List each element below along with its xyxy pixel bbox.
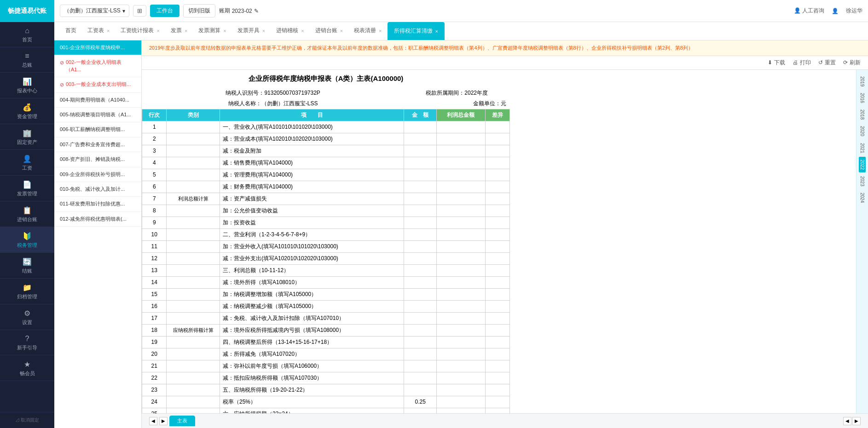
cell-diff — [485, 145, 510, 157]
table-row: 5减：管理费用(填写A104000) — [142, 169, 510, 181]
nav-tab-工资统计报表[interactable]: 工资统计报表× — [115, 22, 165, 40]
left-panel-item-011[interactable]: 011-研发费用加计扣除优惠... — [54, 197, 141, 211]
sidebar-item-label: 归档管理 — [17, 293, 37, 300]
sidebar-icon: 📊 — [23, 77, 32, 86]
left-panel-item-005[interactable]: 005-纳税调整项目明细表（A1... — [54, 108, 141, 122]
left-panel-item-003[interactable]: ⊘003-一般企业成本支出明细... — [54, 77, 141, 92]
cell-diff — [485, 336, 510, 348]
left-panel-item-008[interactable]: 008-资产折旧、摊销及纳税... — [54, 152, 141, 167]
sidebar-item-新手引导[interactable]: ?新手引导 — [0, 330, 54, 355]
nav-tab-发票[interactable]: 发票× — [165, 22, 193, 40]
company-label: （勿删）江西服宝-LSS — [64, 7, 121, 15]
cell-category — [167, 205, 220, 217]
sidebar-item-工资[interactable]: 👤工资 — [0, 150, 54, 176]
year-item-2024[interactable]: 2024 — [859, 190, 866, 205]
hor-scroll-left[interactable]: ◀ — [843, 417, 851, 425]
year-item-2020[interactable]: 2020 — [859, 123, 866, 139]
sidebar-item-税务管理[interactable]: 🔰税务管理 — [0, 227, 54, 253]
print-button[interactable]: 🖨 打印 — [793, 59, 811, 67]
refresh-button[interactable]: ⟳ 刷新 — [843, 59, 861, 67]
sheet-tab-主表[interactable]: 主表 — [169, 416, 195, 426]
sidebar-item-结账[interactable]: 🔄结账 — [0, 253, 54, 279]
left-panel-item-004[interactable]: 004-期间费用明细表（A1040... — [54, 93, 141, 108]
service-btn[interactable]: 👤 人工咨询 — [794, 7, 824, 15]
sidebar-item-资金管理[interactable]: 💰资金管理 — [0, 98, 54, 124]
left-panel-item-010[interactable]: 010-免税、减计收入及加计... — [54, 182, 141, 197]
cell-diff — [485, 372, 510, 384]
switch-old-button[interactable]: 切到旧版 — [183, 4, 215, 17]
sidebar-item-设置[interactable]: ⚙设置 — [0, 304, 54, 330]
cell-category — [167, 372, 220, 384]
cell-amount — [404, 228, 437, 240]
cell-amount — [404, 252, 437, 264]
close-tab-icon[interactable]: × — [185, 28, 187, 34]
tax-table: 企业所得税年度纳税申报表（A类）主表(A100000)纳税人识别号：913205… — [142, 70, 510, 414]
left-panel-item-002[interactable]: ⊘002-一般企业收入明细表（A1... — [54, 55, 141, 77]
year-item-2016[interactable]: 2016 — [859, 90, 866, 106]
sheet-scroll-right[interactable]: ▶ — [159, 417, 168, 425]
cell-row-num: 23 — [142, 384, 167, 396]
cell-item: 一、营业收入(填写A101010\101020\103000) — [220, 121, 404, 133]
nav-tab-进销台账[interactable]: 进销台账× — [310, 22, 348, 40]
nav-tab-所得税汇算清缴[interactable]: 所得税汇算清缴× — [388, 22, 445, 40]
close-tab-icon[interactable]: × — [379, 28, 382, 34]
close-tab-icon[interactable]: × — [340, 28, 343, 34]
nav-tab-发票开具[interactable]: 发票开具× — [232, 22, 271, 40]
cell-diff — [485, 324, 510, 336]
company-name-cell: 纳税人名称：（勿删）江西服宝-LSS — [142, 98, 404, 109]
year-item-2018[interactable]: 2018 — [859, 107, 866, 122]
nav-tab-税表清册[interactable]: 税表清册× — [348, 22, 387, 40]
sidebar-item-归档管理[interactable]: 📁归档管理 — [0, 279, 54, 304]
copy-icon-btn[interactable]: ⊞ — [133, 5, 146, 17]
close-tab-icon[interactable]: × — [156, 28, 159, 34]
nav-tab-首页[interactable]: 首页 — [60, 22, 82, 40]
sidebar-pin-toggle[interactable]: ⊿ 取消固定 — [0, 412, 54, 428]
sidebar-item-进销台账[interactable]: 📋进销台账 — [0, 201, 54, 227]
close-tab-icon[interactable]: × — [262, 28, 265, 34]
sidebar-item-首页[interactable]: ⌂首页 — [0, 22, 54, 47]
cell-item: 减：税金及附加 — [220, 145, 404, 157]
year-item-2022[interactable]: 2022 — [859, 157, 866, 172]
sidebar: 畅捷通易代账 ⌂首页≡总账📊报表中心💰资金管理🏢固定资产👤工资📄发票管理📋进销台… — [0, 0, 54, 428]
close-tab-icon[interactable]: × — [435, 29, 438, 34]
cell-item: 减：境外所得（填写A108010） — [220, 276, 404, 288]
nav-tab-工资表[interactable]: 工资表× — [82, 22, 115, 40]
sidebar-icon: 🔰 — [23, 232, 32, 240]
workbench-button[interactable]: 工作台 — [150, 5, 179, 17]
cell-amount — [404, 205, 437, 217]
sidebar-item-报表中心[interactable]: 📊报表中心 — [0, 73, 54, 98]
reset-button[interactable]: ↺ 重置 — [818, 59, 836, 67]
close-tab-icon[interactable]: × — [223, 28, 226, 34]
cell-diff — [485, 228, 510, 240]
hor-scroll-right[interactable]: ▶ — [852, 417, 861, 425]
sidebar-item-总账[interactable]: ≡总账 — [0, 47, 54, 73]
cell-diff — [485, 396, 510, 408]
nav-tab-发票测算[interactable]: 发票测算× — [193, 22, 231, 40]
year-item-2021[interactable]: 2021 — [859, 140, 866, 156]
col-header-项　　目: 项 目 — [220, 109, 404, 121]
sidebar-item-发票管理[interactable]: 📄发票管理 — [0, 176, 54, 201]
cell-item: 减：弥补以前年度亏损（填写A106000） — [220, 360, 404, 372]
sidebar-item-label: 固定资产 — [17, 139, 37, 146]
nav-tab-label: 税表清册 — [354, 27, 376, 34]
sheet-tabs-bar: ◀ ▶ 主表 ◀ ▶ — [142, 413, 868, 428]
left-panel-item-012[interactable]: 012-减免所得税优惠明细表(... — [54, 212, 141, 227]
download-button[interactable]: ⬇ 下载 — [768, 59, 785, 67]
sidebar-item-固定资产[interactable]: 🏢固定资产 — [0, 124, 54, 150]
left-panel-item-009[interactable]: 009-企业所得税扶补亏损明... — [54, 167, 141, 182]
sheet-scroll-left[interactable]: ◀ — [149, 417, 157, 425]
cell-amount — [404, 145, 437, 157]
left-panel-item-006[interactable]: 006-职工薪酬纳税调整明细... — [54, 122, 141, 137]
year-item-2019[interactable]: 2019 — [859, 74, 866, 89]
sidebar-icon: ? — [25, 335, 29, 343]
left-panel-item-007[interactable]: 007-广告费和业务宣传费超... — [54, 137, 141, 152]
sidebar-item-畅会员[interactable]: ★畅会员 — [0, 355, 54, 381]
content-area: 001-企业所得税年度纳税申...⊘002-一般企业收入明细表（A1...⊘00… — [54, 40, 868, 428]
close-tab-icon[interactable]: × — [107, 28, 110, 34]
nav-tab-进销稽核[interactable]: 进销稽核× — [271, 22, 309, 40]
company-selector[interactable]: （勿删）江西服宝-LSS ▾ — [60, 5, 129, 17]
year-item-2023[interactable]: 2023 — [859, 173, 866, 189]
edit-period-icon[interactable]: ✎ — [254, 8, 259, 14]
left-panel-item-001[interactable]: 001-企业所得税年度纳税申... — [54, 40, 141, 55]
close-tab-icon[interactable]: × — [301, 28, 304, 34]
